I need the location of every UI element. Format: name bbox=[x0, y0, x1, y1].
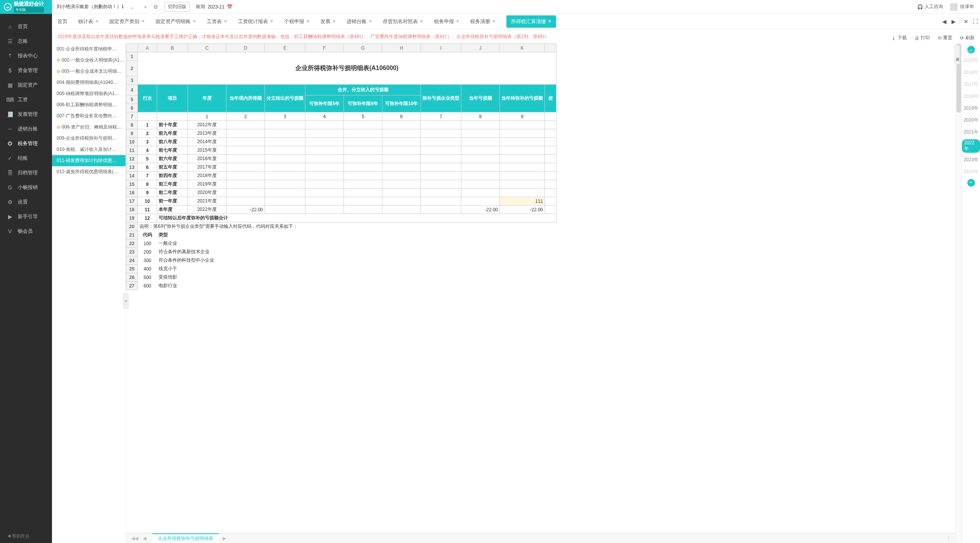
collapse-handle[interactable]: « bbox=[123, 293, 129, 309]
add-icon[interactable]: + bbox=[144, 4, 147, 10]
row-header[interactable]: 9 bbox=[126, 129, 138, 138]
switch-old-button[interactable]: 切到旧版 bbox=[164, 2, 190, 12]
print-button[interactable]: 🖨打印 bbox=[915, 35, 930, 41]
form-item[interactable]: 012-减免所得税优惠明细表(… bbox=[52, 166, 126, 177]
sidebar-item[interactable]: 🧾发票管理 bbox=[0, 107, 52, 122]
year-item[interactable]: 2023年 bbox=[963, 155, 978, 165]
expand-handle[interactable]: 展开 bbox=[955, 45, 960, 64]
period-value[interactable]: 2023-11 bbox=[208, 4, 224, 10]
row-header[interactable]: 19 bbox=[126, 214, 138, 222]
row-header[interactable]: 11 bbox=[126, 146, 138, 155]
sidebar-item[interactable]: ⚙设置 bbox=[0, 195, 52, 209]
username[interactable]: 徐泽华 bbox=[960, 3, 974, 10]
consult-link[interactable]: 人工咨询 bbox=[925, 3, 943, 10]
sidebar-item[interactable]: $资金管理 bbox=[0, 63, 52, 78]
sidebar-item[interactable]: ✪税务管理 bbox=[0, 136, 52, 151]
row-header[interactable]: 15 bbox=[126, 180, 138, 189]
row-header[interactable]: 22 bbox=[126, 239, 138, 248]
sheet-tab[interactable]: 企业所得税弥补亏损明细表 bbox=[152, 533, 219, 543]
tab[interactable]: 税务申报✕ bbox=[434, 14, 459, 29]
close-icon[interactable]: ✕ bbox=[95, 19, 99, 24]
col-header[interactable]: J bbox=[461, 44, 500, 52]
form-item[interactable]: 011-研发费用加计扣除优惠… bbox=[52, 155, 126, 166]
form-item[interactable]: ⊘003-一般企业成本支出明细… bbox=[52, 66, 126, 77]
download-button[interactable]: ⭳下载 bbox=[891, 35, 907, 41]
col-header[interactable]: K bbox=[500, 44, 545, 52]
row-header[interactable]: 24 bbox=[126, 256, 138, 265]
tab[interactable]: 钡计表✕ bbox=[78, 14, 99, 29]
row-header[interactable]: 14 bbox=[126, 172, 138, 180]
sheet-nav-prev[interactable]: ◀ bbox=[143, 536, 146, 541]
vertical-scrollbar[interactable]: 展开 bbox=[955, 43, 962, 543]
corner[interactable] bbox=[126, 44, 138, 52]
col-header[interactable]: E bbox=[265, 44, 305, 52]
year-down-icon[interactable]: ︾ bbox=[967, 179, 975, 187]
row-header[interactable]: 6 bbox=[126, 104, 138, 112]
reset-button[interactable]: ⟲重置 bbox=[938, 35, 952, 41]
row-header[interactable]: 26 bbox=[126, 273, 138, 282]
col-header[interactable]: A bbox=[138, 44, 157, 52]
row-header[interactable]: 1 bbox=[126, 52, 138, 61]
sheet-table[interactable]: ABCDEFGHIJK12企业所得税弥补亏损明细表(A106000)34行次项目… bbox=[126, 43, 556, 290]
sidebar-item[interactable]: ⌂首页 bbox=[0, 19, 52, 34]
row-header[interactable]: 18 bbox=[126, 206, 138, 214]
row-header[interactable]: 13 bbox=[126, 163, 138, 172]
close-icon[interactable]: ✕ bbox=[456, 19, 459, 24]
close-icon[interactable]: ✕ bbox=[420, 19, 423, 24]
tab[interactable]: 税务清册✕ bbox=[470, 14, 496, 29]
tab[interactable]: 首页 bbox=[57, 14, 67, 29]
row-header[interactable]: 5 bbox=[126, 95, 138, 104]
tab-prev[interactable]: ◀ bbox=[940, 18, 949, 25]
year-up-icon[interactable]: ︽ bbox=[967, 46, 975, 53]
close-icon[interactable]: ✕ bbox=[492, 19, 496, 24]
row-header[interactable]: 27 bbox=[126, 282, 138, 290]
sidebar-item[interactable]: ⌨工资 bbox=[0, 92, 52, 107]
close-icon[interactable]: ✕ bbox=[332, 19, 336, 24]
col-header[interactable]: B bbox=[157, 44, 188, 52]
close-icon[interactable]: ✕ bbox=[548, 19, 551, 24]
col-header[interactable]: H bbox=[382, 44, 421, 52]
tab[interactable]: 固定资产明细账✕ bbox=[156, 14, 196, 29]
sidebar-item[interactable]: ↔进销台账 bbox=[0, 122, 52, 136]
row-header[interactable]: 23 bbox=[126, 248, 138, 256]
row-header[interactable]: 7 bbox=[126, 112, 138, 121]
avatar[interactable] bbox=[950, 3, 958, 11]
calendar-icon[interactable]: 📅 bbox=[227, 4, 233, 10]
row-header[interactable]: 10 bbox=[126, 138, 138, 146]
col-header[interactable]: D bbox=[226, 44, 265, 52]
form-item[interactable]: 010-免税、减计收入及加计… bbox=[52, 144, 126, 155]
sheet-more-icon[interactable]: ⋮ bbox=[946, 536, 951, 541]
row-header[interactable]: 4 bbox=[126, 85, 138, 95]
tab-next[interactable]: ▶ bbox=[949, 18, 958, 25]
row-header[interactable]: 17 bbox=[126, 197, 138, 206]
close-icon[interactable]: ✕ bbox=[141, 19, 145, 24]
col-header[interactable]: C bbox=[188, 44, 226, 52]
row-header[interactable]: 2 bbox=[126, 61, 138, 76]
account-dropdown-icon[interactable]: ⌄ bbox=[130, 4, 135, 10]
row-header[interactable]: 25 bbox=[126, 265, 138, 273]
tab[interactable]: 固定资产类别✕ bbox=[109, 14, 145, 29]
form-item[interactable]: 005-纳税调整项目明细表(A1… bbox=[52, 88, 126, 99]
account-name[interactable]: 刘小艳演示账套（勿删勿动！）1 bbox=[57, 3, 124, 10]
tab[interactable]: 工资统计报表✕ bbox=[238, 14, 273, 29]
sidebar-item[interactable]: 🗄归档管理 bbox=[0, 165, 52, 180]
close-icon[interactable]: ✕ bbox=[369, 19, 372, 24]
sidebar-footer[interactable]: ◀ 即刻开启 bbox=[0, 530, 52, 543]
year-item[interactable]: 2021年 bbox=[963, 127, 978, 137]
refresh-button[interactable]: ⟳刷新 bbox=[960, 35, 975, 41]
form-item[interactable]: 004-期间费用明细表(A1040… bbox=[52, 77, 126, 88]
form-item[interactable]: 009-企业所得税弥补亏损明… bbox=[52, 133, 126, 144]
sidebar-item[interactable]: ▦固定资产 bbox=[0, 78, 52, 92]
tab[interactable]: 工资表✕ bbox=[207, 14, 227, 29]
year-item[interactable]: 2017年 bbox=[963, 80, 978, 89]
tab[interactable]: 进销台账✕ bbox=[347, 14, 372, 29]
form-item[interactable]: 006-职工薪酬纳税调整明细… bbox=[52, 99, 126, 110]
form-item[interactable]: 007-广告费和业务宣传费跨… bbox=[52, 110, 126, 122]
fullscreen-icon[interactable]: ⛶ bbox=[971, 18, 980, 25]
close-icon[interactable]: ✕ bbox=[193, 19, 196, 24]
row-header[interactable]: 3 bbox=[126, 76, 138, 85]
col-header[interactable]: G bbox=[344, 44, 382, 52]
form-item[interactable]: ⊘002-一般企业收入明细表(A1… bbox=[52, 55, 126, 66]
year-item[interactable]: 2022年 bbox=[962, 139, 980, 153]
close-icon[interactable]: ✕ bbox=[270, 19, 273, 24]
